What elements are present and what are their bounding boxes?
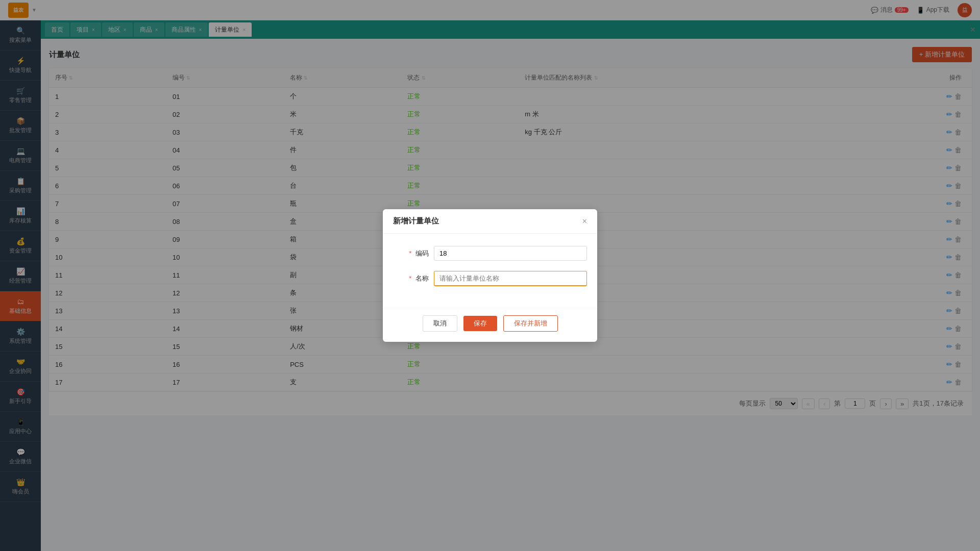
modal-overlay: 新增计量单位 × * 编码 * 名称 取消 保存 保存并新增	[0, 0, 980, 551]
cancel-button[interactable]: 取消	[423, 315, 457, 332]
modal-header: 新增计量单位 ×	[383, 209, 597, 234]
modal-title: 新增计量单位	[393, 216, 439, 226]
code-input[interactable]	[434, 246, 587, 261]
modal-close-button[interactable]: ×	[582, 217, 587, 226]
form-row-code: * 编码	[393, 246, 587, 261]
save-and-new-button[interactable]: 保存并新增	[503, 315, 558, 332]
code-label: * 编码	[393, 249, 429, 258]
required-star-name: *	[409, 274, 411, 282]
save-button[interactable]: 保存	[463, 316, 497, 331]
name-input[interactable]	[434, 271, 587, 286]
modal-footer: 取消 保存 保存并新增	[383, 309, 597, 342]
modal-body: * 编码 * 名称	[383, 234, 597, 309]
name-label: * 名称	[393, 274, 429, 283]
add-unit-modal: 新增计量单位 × * 编码 * 名称 取消 保存 保存并新增	[383, 209, 597, 342]
form-row-name: * 名称	[393, 271, 587, 286]
required-star-code: *	[409, 249, 411, 257]
